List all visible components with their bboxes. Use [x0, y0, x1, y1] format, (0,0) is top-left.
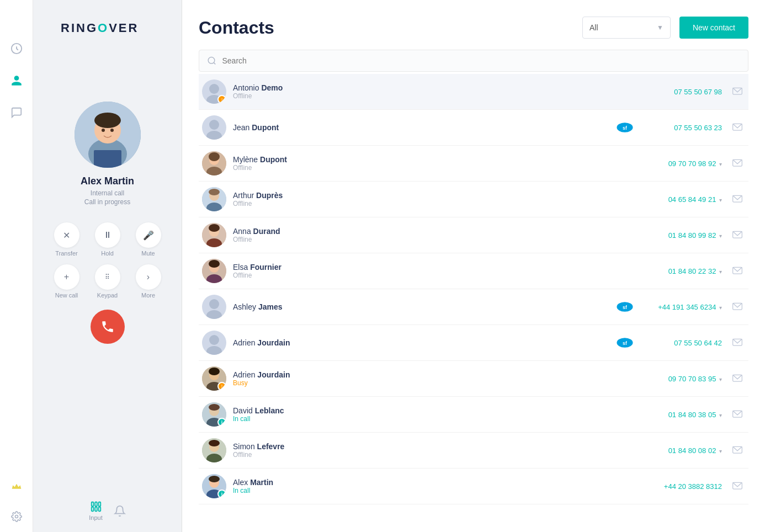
input-label: Input [89, 514, 102, 521]
contact-name: Simon Lefevre [233, 442, 639, 451]
hold-label: Hold [101, 250, 114, 257]
contact-phone[interactable]: 01 84 80 08 02 ▾ [639, 446, 722, 455]
contact-name: Elsa Fournier [233, 263, 639, 272]
control-row-1: ✕ Transfer ⏸ Hold 🎤 Mute [54, 222, 161, 257]
nav-calls-icon[interactable] [7, 39, 26, 58]
mute-label: Mute [141, 250, 155, 257]
contact-phone[interactable]: 09 70 70 98 92 ▾ [639, 159, 722, 168]
filter-dropdown[interactable]: All ▼ [582, 17, 671, 39]
table-row[interactable]: Mylène Dupont Offline 09 70 70 98 92 ▾ [199, 146, 748, 182]
table-row[interactable]: Anna Durand Offline 01 84 80 99 82 ▾ [199, 217, 748, 253]
svg-point-8 [110, 129, 114, 132]
contact-phone[interactable]: 01 84 80 99 82 ▾ [639, 231, 722, 240]
table-row[interactable]: Adrien Jourdain sf 07 55 50 64 42 [199, 325, 748, 361]
main-content: Contacts All ▼ New contact ! Antonio D [182, 0, 765, 532]
user-call-status: Call in progress [84, 198, 130, 206]
table-row[interactable]: ! Adrien Jourdain Busy 09 70 70 83 95 ▾ [199, 361, 748, 397]
user-section: Alex Martin Internal call Call in progre… [33, 102, 182, 344]
sms-icon[interactable] [730, 191, 745, 207]
contact-phone[interactable]: 07 55 50 63 23 [639, 124, 722, 132]
svg-text:sf: sf [623, 125, 627, 131]
contact-phone[interactable]: +44 191 345 6234 ▾ [639, 303, 722, 311]
contact-name: Anna Durand [233, 227, 639, 236]
end-call-button[interactable] [91, 310, 125, 344]
svg-point-50 [209, 335, 219, 345]
contact-phone[interactable]: 01 84 80 22 32 ▾ [639, 267, 722, 275]
filter-chevron-icon: ▼ [657, 24, 663, 31]
sms-icon[interactable] [730, 299, 745, 315]
sms-icon[interactable] [730, 478, 745, 494]
table-row[interactable]: Simon Lefevre Offline 01 84 80 08 02 ▾ [199, 433, 748, 469]
contact-status: Busy [233, 379, 639, 387]
table-row[interactable]: i Alex Martin In call +44 20 3882 8312 [199, 469, 748, 504]
table-row[interactable]: Elsa Fournier Offline 01 84 80 22 32 ▾ [199, 253, 748, 289]
nav-chat-icon[interactable] [7, 103, 26, 123]
table-row[interactable]: i David Leblanc In call 01 84 80 38 05 ▾ [199, 397, 748, 433]
nav-gear-icon[interactable] [7, 507, 26, 526]
app-logo: RINGOVER [61, 21, 139, 35]
contact-phone[interactable]: 01 84 80 38 05 ▾ [639, 411, 722, 419]
mute-button[interactable]: 🎤 Mute [136, 222, 161, 257]
svg-point-7 [102, 129, 105, 132]
contact-status: Offline [233, 164, 639, 172]
avatar [202, 295, 226, 319]
svg-text:sf: sf [623, 341, 627, 346]
contact-phone[interactable]: +44 20 3882 8312 [639, 482, 722, 491]
contact-phone[interactable]: 04 65 84 49 21 ▾ [639, 195, 722, 204]
contact-phone[interactable]: 07 55 50 64 42 [639, 339, 722, 347]
search-input[interactable] [222, 56, 740, 65]
svg-point-73 [209, 476, 220, 482]
phone-dropdown-arrow: ▾ [719, 269, 722, 275]
contact-info: Jean Dupont [233, 123, 616, 132]
contact-badge-notification: ! [217, 95, 226, 104]
sms-icon[interactable] [730, 263, 745, 279]
hold-icon: ⏸ [95, 222, 120, 248]
table-row[interactable]: Jean Dupont sf 07 55 50 63 23 [199, 110, 748, 146]
keypad-icon: ⠿ [95, 264, 120, 290]
contact-phone[interactable]: 07 55 50 67 98 [639, 88, 722, 96]
avatar: i [202, 474, 226, 498]
sms-icon[interactable] [730, 156, 745, 171]
contact-name: Antonio Demo [233, 83, 639, 92]
svg-rect-15 [98, 507, 100, 511]
logo-text-ring: RING [61, 21, 98, 35]
svg-point-1 [15, 515, 18, 518]
sms-icon[interactable] [730, 227, 745, 243]
sms-icon[interactable] [730, 335, 745, 350]
contact-info: Adrien Jourdain Busy [233, 370, 639, 387]
filter-value: All [589, 23, 598, 32]
hold-button[interactable]: ⏸ Hold [95, 222, 120, 257]
sms-icon[interactable] [730, 84, 745, 99]
more-button[interactable]: › More [136, 264, 161, 299]
avatar: ! [202, 79, 226, 104]
nav-crown-icon[interactable] [7, 476, 26, 496]
header-right: All ▼ New contact [582, 17, 748, 39]
notification-icon[interactable] [114, 505, 126, 517]
new-call-button[interactable]: + New call [54, 264, 79, 299]
contact-name: Adrien Jourdain [233, 338, 616, 347]
sms-icon[interactable] [730, 371, 745, 386]
input-icon[interactable]: Input [89, 501, 102, 521]
sms-icon[interactable] [730, 443, 745, 458]
svg-point-33 [209, 189, 220, 195]
contact-status: In call [233, 487, 639, 494]
sms-icon[interactable] [730, 407, 745, 422]
new-contact-button[interactable]: New contact [679, 17, 748, 39]
phone-dropdown-arrow: ▾ [719, 197, 722, 203]
user-name: Alex Martin [81, 175, 134, 187]
svg-rect-10 [91, 502, 93, 506]
transfer-button[interactable]: ✕ Transfer [54, 222, 79, 257]
svg-point-20 [209, 120, 219, 130]
new-call-label: New call [55, 292, 78, 299]
sms-icon[interactable] [730, 120, 745, 135]
contact-info: Elsa Fournier Offline [233, 263, 639, 279]
user-status: Internal call [91, 189, 124, 197]
more-icon: › [136, 264, 161, 290]
nav-contacts-icon[interactable] [7, 71, 26, 91]
contact-phone[interactable]: 09 70 70 83 95 ▾ [639, 375, 722, 383]
table-row[interactable]: ! Antonio Demo Offline 07 55 50 67 98 [199, 74, 748, 110]
avatar [202, 151, 226, 175]
keypad-button[interactable]: ⠿ Keypad [95, 264, 120, 299]
table-row[interactable]: Arthur Duprès Offline 04 65 84 49 21 ▾ [199, 182, 748, 217]
table-row[interactable]: Ashley James sf +44 191 345 6234 ▾ [199, 289, 748, 325]
